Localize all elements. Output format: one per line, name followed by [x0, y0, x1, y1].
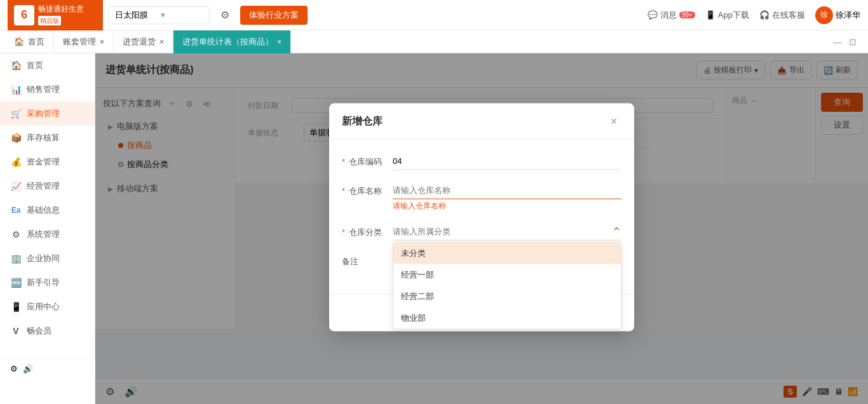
category-dropdown-list: 未分类 经营一部 经营二部 物业部	[393, 242, 621, 330]
code-label: * 仓库编码	[342, 152, 393, 168]
guide-icon: 🆕	[10, 277, 22, 288]
new-warehouse-modal: 新增仓库 × * 仓库编码	[329, 104, 634, 332]
close-purchase-return-icon[interactable]: ×	[159, 37, 164, 46]
content-area: 进货单统计(按商品) 🖨 按模板打印 ▾ 📤 导出 🔄 刷新	[95, 53, 868, 404]
main-layout: 🏠 首页 📊 销售管理 🛒 采购管理 📦 库存核算 💰 资金管理 📈 经营管理 …	[0, 53, 868, 404]
sidebar-guide-label: 新手引导	[27, 277, 60, 288]
sidebar-item-guide[interactable]: 🆕 新手引导	[0, 271, 95, 295]
code-input[interactable]	[393, 152, 621, 170]
store-name: 日太阳膜	[115, 10, 157, 21]
trial-button[interactable]: 体验行业方案	[240, 6, 308, 25]
user-info[interactable]: 徐 徐泽华	[815, 6, 860, 24]
tab-home[interactable]: 🏠 首页	[5, 30, 54, 53]
sidebar-item-home[interactable]: 🏠 首页	[0, 53, 95, 77]
sidebar-inventory-label: 库存核算	[27, 132, 60, 144]
minimize-icon[interactable]: —	[832, 37, 843, 47]
home-icon: 🏠	[14, 37, 24, 46]
category-input-wrap: ⌃ 未分类 经营一部 经营二部 物业部	[393, 223, 621, 241]
chevron-down-icon: ▾	[161, 10, 203, 20]
settings-bottom-icon[interactable]: ⚙	[10, 364, 18, 374]
user-initial: 徐	[820, 10, 828, 20]
tab-accounts-label: 账套管理	[63, 36, 96, 48]
tab-purchase-return-label: 进货退货	[123, 36, 156, 48]
sidebar-item-basic[interactable]: Ea 基础信息	[0, 198, 95, 222]
required-star3: *	[342, 227, 345, 237]
modal-body: * 仓库编码 * 仓库名称	[329, 140, 634, 294]
business-icon: 📈	[10, 180, 22, 192]
customer-service-label: 在线客服	[772, 10, 805, 21]
username: 徐泽华	[836, 10, 860, 21]
dropdown-option-dept2[interactable]: 经营二部	[393, 286, 621, 307]
store-selector[interactable]: 日太阳膜 ▾	[108, 6, 210, 24]
sidebar-item-system[interactable]: ⚙ 系统管理	[0, 222, 95, 246]
dropdown-option-property[interactable]: 物业部	[393, 307, 621, 329]
sidebar-vip-label: 畅会员	[27, 325, 51, 337]
avatar: 徐	[815, 6, 833, 24]
system-icon: ⚙	[10, 229, 22, 240]
volume-icon[interactable]: 🔊	[23, 364, 33, 374]
app-center-icon: 📱	[10, 301, 22, 313]
dropdown-option-dept1[interactable]: 经营一部	[393, 264, 621, 286]
notification-label: 消息	[660, 10, 677, 21]
tab-home-label: 首页	[28, 36, 44, 48]
name-input-wrap: 请输入仓库名称	[393, 182, 621, 212]
logo-letter: 6	[21, 8, 27, 22]
logo-text: 畅捷通好生意 精品版	[38, 4, 84, 25]
app-download-item[interactable]: 📱 App下载	[705, 10, 749, 21]
sales-icon: 📊	[10, 84, 22, 95]
purchase-icon: 🛒	[10, 108, 22, 119]
modal-header: 新增仓库 ×	[329, 104, 634, 140]
modal-title: 新增仓库	[342, 114, 606, 128]
tab-purchase-stats[interactable]: 进货单统计表（按商品） ×	[173, 30, 291, 53]
category-dropdown-arrow[interactable]: ⌃	[612, 225, 621, 239]
name-error-text: 请输入仓库名称	[393, 201, 621, 212]
close-accounts-icon[interactable]: ×	[100, 37, 104, 46]
code-input-wrap	[393, 152, 621, 170]
required-star2: *	[342, 186, 345, 196]
phone-icon: 📱	[705, 10, 715, 20]
sidebar-app-center-label: 应用中心	[27, 301, 60, 313]
close-purchase-stats-icon[interactable]: ×	[277, 37, 281, 46]
sidebar-item-finance[interactable]: 💰 资金管理	[0, 150, 95, 174]
basic-icon: Ea	[10, 205, 22, 216]
sidebar-finance-label: 资金管理	[27, 156, 60, 168]
category-label: * 仓库分类	[342, 223, 393, 238]
top-header: 6 畅捷通好生意 精品版 日太阳膜 ▾ ⚙ 体验行业方案 💬 消息 99+ 📱 …	[0, 0, 868, 30]
vip-icon: V	[10, 325, 22, 337]
sidebar-sales-label: 销售管理	[27, 84, 60, 95]
tab-purchase-return[interactable]: 进货退货 ×	[114, 30, 173, 53]
category-input[interactable]	[393, 223, 621, 241]
customer-service-item[interactable]: 🎧 在线客服	[759, 10, 805, 21]
sidebar-item-sales[interactable]: 📊 销售管理	[0, 77, 95, 102]
modal-overlay[interactable]: 新增仓库 × * 仓库编码	[95, 53, 868, 404]
dropdown-option-uncategorized[interactable]: 未分类	[393, 243, 621, 264]
name-row: * 仓库名称 请输入仓库名称	[342, 182, 621, 212]
tab-purchase-stats-label: 进货单统计表（按商品）	[182, 36, 273, 48]
logo-area: 6 畅捷通好生意 精品版	[8, 0, 103, 30]
sidebar-home-label: 首页	[27, 60, 43, 71]
sidebar-enterprise-label: 企业协同	[27, 253, 60, 264]
maximize-icon[interactable]: ⊡	[848, 37, 858, 47]
sidebar-item-vip[interactable]: V 畅会员	[0, 319, 95, 343]
header-right: 💬 消息 99+ 📱 App下载 🎧 在线客服 徐 徐泽华	[648, 6, 860, 24]
sidebar-item-app-center[interactable]: 📱 应用中心	[0, 295, 95, 319]
chevron-up-icon: ⌃	[612, 226, 621, 238]
sidebar-item-enterprise[interactable]: 🏢 企业协同	[0, 246, 95, 271]
enterprise-icon: 🏢	[10, 253, 22, 264]
modal-close-btn[interactable]: ×	[606, 114, 621, 129]
category-row: * 仓库分类 ⌃ 未分类 经营一部 经营二	[342, 223, 621, 241]
sidebar-item-inventory[interactable]: 📦 库存核算	[0, 126, 95, 150]
finance-icon: 💰	[10, 156, 22, 168]
notification-item[interactable]: 💬 消息 99+	[648, 10, 695, 21]
sidebar: 🏠 首页 📊 销售管理 🛒 采购管理 📦 库存核算 💰 资金管理 📈 经营管理 …	[0, 53, 95, 404]
remark-label: 备注	[342, 252, 393, 267]
tab-accounts[interactable]: 账套管理 ×	[54, 30, 114, 53]
app-download-label: App下载	[718, 10, 749, 21]
sidebar-basic-label: 基础信息	[27, 205, 60, 216]
sidebar-item-business[interactable]: 📈 经营管理	[0, 174, 95, 198]
window-controls: — ⊡	[827, 37, 863, 47]
settings-icon-btn[interactable]: ⚙	[215, 5, 235, 25]
name-input[interactable]	[393, 182, 621, 199]
required-star: *	[342, 157, 345, 166]
sidebar-item-purchase[interactable]: 🛒 采购管理	[0, 102, 95, 126]
